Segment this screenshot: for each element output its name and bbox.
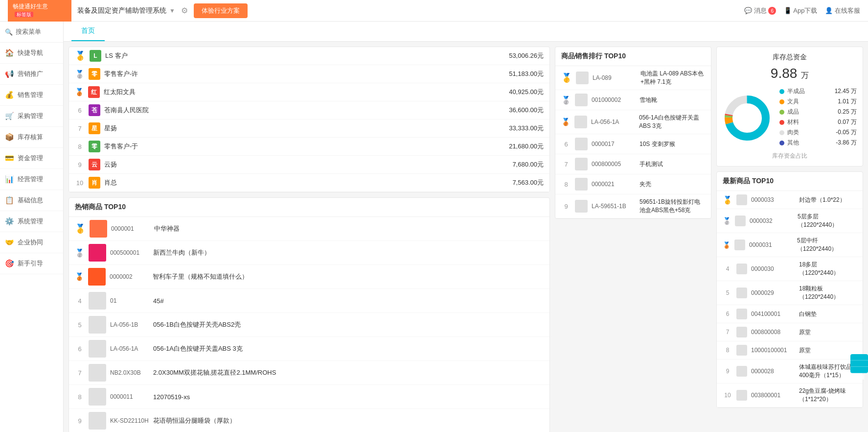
sidebar: 🔍 搜索菜单 🏠 快捷导航 📢 营销推广 💰 销售管理 🛒 采购管理 📦 库存核… xyxy=(0,22,64,432)
hot-products-list: 🥇 0000001 中华神器 🥈 000500001 新西兰牛肉（新牛） 🥉 0… xyxy=(69,217,549,432)
customer-name: 云扬 xyxy=(104,160,508,169)
hot-product-code: 0000011 xyxy=(110,393,149,400)
hot-product-item: 🥉 0000002 智利车子里（规格不知道填什么） xyxy=(69,265,549,289)
finance-icon: 💳 xyxy=(5,154,14,163)
latest-product-item: 4 0000030 18多层（1220*2440） xyxy=(717,257,863,281)
latest-product-name: 原堂 xyxy=(799,346,857,355)
system-icon: ⚙️ xyxy=(5,217,14,226)
latest-product-code: 0000033 xyxy=(751,196,795,203)
rank-number: 6 xyxy=(75,107,85,114)
product-thumbnail-placeholder xyxy=(89,388,106,406)
sidebar-item-marketing[interactable]: 📢 营销推广 xyxy=(0,64,63,85)
customer-ranking-card: 🥇 L LS 客户 53,006.26元 🥈 零 零售客户-许 51,183.0… xyxy=(69,47,550,192)
product-thumbnail-placeholder xyxy=(89,412,106,430)
system-selector[interactable]: 装备及固定资产辅助管理系统 ▼ xyxy=(77,6,175,15)
legend-value: -0.05 万 xyxy=(836,128,857,137)
float-btn-2[interactable]: 直播 xyxy=(850,367,868,373)
customer-badge: 肖 xyxy=(89,177,100,189)
customer-badge: 零 xyxy=(89,68,100,80)
tab-home[interactable]: 首页 xyxy=(71,22,105,41)
customer-amount: 53,006.26元 xyxy=(509,51,544,60)
message-btn[interactable]: 💬 消息 6 xyxy=(744,6,776,15)
medal-bronze-icon: 🥉 xyxy=(75,88,84,96)
product-name: 夹壳 xyxy=(640,180,705,189)
base-info-icon: 📋 xyxy=(5,196,14,205)
sidebar-item-shortcuts[interactable]: 🏠 快捷导航 xyxy=(0,43,63,64)
app-download-btn[interactable]: 📱 App下载 xyxy=(784,6,817,15)
customer-name: 零售客户-于 xyxy=(104,142,505,151)
legend-dot xyxy=(779,110,784,115)
product-code: 000800005 xyxy=(592,161,636,168)
latest-product-name: 18多层（1220*2440） xyxy=(799,261,857,277)
product-icon xyxy=(575,158,588,170)
hot-product-item: 7 NB2.0X30B 2.0X30MM双搓花轴,搓花直径2.1MM/ROHS xyxy=(69,361,549,385)
online-service-btn[interactable]: 👤 在线客服 xyxy=(825,6,860,15)
product-icon xyxy=(575,178,588,191)
legend-item: 其他 -3.86 万 xyxy=(779,139,857,147)
float-btn-1[interactable]: 服务社区 xyxy=(850,360,868,367)
product-name: 雪地靴 xyxy=(640,96,705,104)
sidebar-item-sales[interactable]: 💰 销售管理 xyxy=(0,85,63,106)
customer-amount: 36,600.00元 xyxy=(509,106,544,115)
product-icon xyxy=(575,138,588,150)
content-body: 🥇 L LS 客户 53,006.26元 🥈 零 零售客户-许 51,183.0… xyxy=(64,42,868,432)
product-thumbnail-placeholder xyxy=(89,340,106,358)
purchase-icon: 🛒 xyxy=(5,112,14,120)
sidebar-item-operations[interactable]: 📊 经营管理 xyxy=(0,169,63,190)
donut-area: 半成品 12.45 万 文具 1.01 万 成品 0.25 万 材料 0.07 … xyxy=(723,87,857,149)
customer-name: 肖总 xyxy=(104,178,508,187)
product-name: 59651-1B旋转投影灯电池盒ABS黑色+58克 xyxy=(640,198,705,215)
latest-product-code: 003800001 xyxy=(751,392,795,399)
sidebar-item-collab[interactable]: 🤝 企业协同 xyxy=(0,232,63,253)
gear-icon[interactable]: ⚙ xyxy=(181,6,188,15)
latest-product-icon xyxy=(735,216,746,226)
legend-name: 成品 xyxy=(787,108,835,116)
float-btn-0[interactable]: 客服热线 xyxy=(850,354,868,360)
customer-amount: 40,925.00元 xyxy=(509,88,544,96)
message-badge: 6 xyxy=(768,7,776,15)
customer-ranking-item: 7 星 星扬 33,333.00元 xyxy=(69,120,549,138)
trial-button[interactable]: 体验行业方案 xyxy=(194,3,248,18)
medal-gold-icon: 🥇 xyxy=(75,50,86,61)
sidebar-item-guide[interactable]: 🎯 新手引导 xyxy=(0,253,63,274)
product-sales-item: 7 000800005 手机测试 xyxy=(555,154,711,174)
product-sales-title: 商品销售排行 TOP10 xyxy=(555,47,711,66)
guide-icon: 🎯 xyxy=(5,259,14,268)
latest-products-title: 最新商品 TOP10 xyxy=(717,172,863,191)
inventory-icon: 📦 xyxy=(5,133,14,142)
medal-bronze-icon: 🥉 xyxy=(561,118,571,126)
hot-product-name: 花语萌恒温分腿睡袋（厚款） xyxy=(153,416,544,425)
product-code: LA-089 xyxy=(593,74,637,81)
latest-product-icon xyxy=(736,345,747,356)
sidebar-item-base-info[interactable]: 📋 基础信息 xyxy=(0,190,63,211)
hot-product-item: 8 0000011 12070519-xs xyxy=(69,385,549,409)
product-icon xyxy=(575,200,588,213)
rank-number: 7 xyxy=(75,125,85,132)
product-sales-list: 🥇 LA-089 电池盖 LA-089 ABS本色+黑种 7.1克 🥈 0010… xyxy=(555,66,711,218)
product-sales-item: 8 0000021 夹壳 xyxy=(555,174,711,194)
hot-product-code: NB2.0X30B xyxy=(110,369,149,376)
latest-product-item: 8 10000100001 原堂 xyxy=(717,341,863,360)
sidebar-item-finance[interactable]: 💳 资金管理 xyxy=(0,148,63,169)
product-code: 0000021 xyxy=(592,181,636,188)
sales-icon: 💰 xyxy=(5,91,14,99)
search-menu[interactable]: 🔍 搜索菜单 xyxy=(0,22,63,43)
rank-number: 10 xyxy=(723,392,732,399)
legend-item: 文具 1.01 万 xyxy=(779,97,857,106)
product-thumbnail xyxy=(90,220,107,238)
sidebar-item-system[interactable]: ⚙️ 系统管理 xyxy=(0,211,63,232)
hot-product-item: 9 KK-SD22110H 花语萌恒温分腿睡袋（厚款） xyxy=(69,409,549,432)
latest-product-code: 0000028 xyxy=(751,368,795,375)
rank-number: 9 xyxy=(75,417,85,425)
hot-product-item: 4 01 45# xyxy=(69,289,549,313)
customer-badge: 零 xyxy=(89,141,100,152)
sidebar-item-purchase[interactable]: 🛒 采购管理 xyxy=(0,106,63,127)
product-code: 001000002 xyxy=(592,96,636,103)
latest-product-icon xyxy=(736,390,747,401)
customer-amount: 7,680.00元 xyxy=(512,160,544,169)
sidebar-item-inventory[interactable]: 📦 库存核算 xyxy=(0,127,63,148)
latest-product-name: 5层中纤（1220*2440） xyxy=(797,237,857,253)
hot-product-code: 0000001 xyxy=(111,225,150,232)
hot-product-name: 056-1B白色按键开关壳ABS2壳 xyxy=(153,320,544,329)
legend-name: 半成品 xyxy=(787,87,832,96)
